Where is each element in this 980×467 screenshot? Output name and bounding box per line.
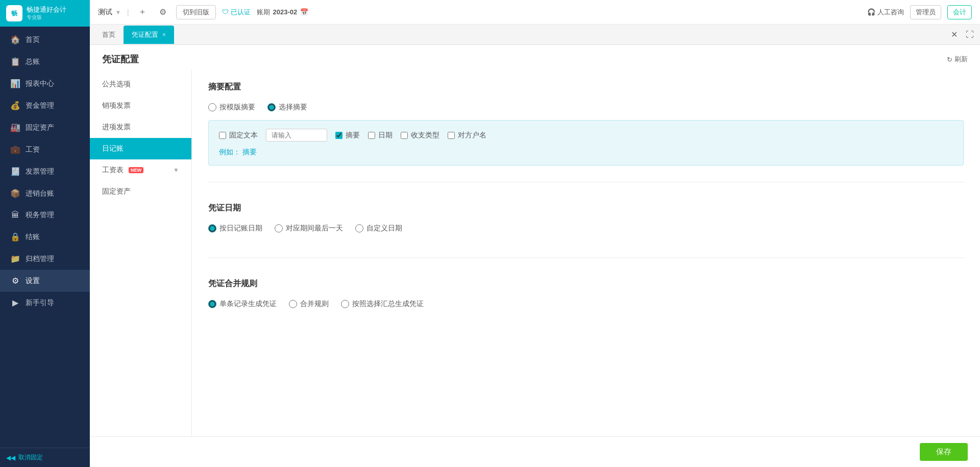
sidebar-item-close[interactable]: 🔒 结账 <box>0 226 90 248</box>
tab-close-btn[interactable]: × <box>162 31 166 38</box>
sidebar-item-invoice[interactable]: 🧾 发票管理 <box>0 160 90 182</box>
sidebar-item-reports[interactable]: 📊 报表中心 <box>0 73 90 95</box>
support-btn[interactable]: 🎧 人工咨询 <box>867 8 904 17</box>
settings-gear-btn[interactable]: ⚙ <box>156 5 170 19</box>
period-info: 账期 2023-02 📅 <box>257 8 309 17</box>
left-nav-fixed-assets-label: 固定资产 <box>102 187 131 196</box>
radio-last-day-label[interactable]: 对应期间最后一天 <box>275 224 343 233</box>
sidebar-item-salary[interactable]: 💼 工资 <box>0 138 90 160</box>
checkbox-date[interactable] <box>368 132 375 139</box>
right-content: 摘要配置 按模版摘要 选择摘要 <box>192 69 980 436</box>
ledger-icon: 📋 <box>10 57 20 66</box>
left-nav-sales[interactable]: 销项发票 <box>90 95 191 116</box>
salary-icon: 💼 <box>10 145 20 154</box>
radio-single-label[interactable]: 单条记录生成凭证 <box>208 299 277 309</box>
left-nav-salary-table[interactable]: 工资表 NEW ▼ <box>90 159 191 181</box>
checkbox-fixed-text-label[interactable]: 固定文本 <box>219 131 258 140</box>
fullscreen-btn[interactable]: ⛶ <box>964 28 976 41</box>
page-title: 凭证配置 <box>102 53 139 65</box>
home-icon: 🏠 <box>10 35 20 44</box>
tax-icon: 🏛 <box>10 211 20 220</box>
close-tab-btn[interactable]: ✕ <box>949 28 960 41</box>
checkbox-income-type-label[interactable]: 收支类型 <box>401 131 439 140</box>
radio-merge-rule[interactable] <box>289 300 297 308</box>
sidebar-item-trade[interactable]: 📦 进销台账 <box>0 182 90 204</box>
company-selector[interactable]: 测试 ▼ <box>98 8 121 17</box>
left-nav-journal[interactable]: 日记账 <box>90 138 191 159</box>
checkbox-counterparty[interactable] <box>448 132 455 139</box>
radio-template[interactable] <box>208 103 216 111</box>
summary-config-box: 固定文本 摘要 日期 <box>208 120 964 166</box>
sidebar-item-label: 报表中心 <box>26 79 54 88</box>
fixed-text-label: 固定文本 <box>229 131 258 140</box>
radio-by-selection-label[interactable]: 按照选择汇总生成凭证 <box>341 299 424 309</box>
archive-icon: 📁 <box>10 254 20 264</box>
radio-custom-date-label[interactable]: 自定义日期 <box>355 224 402 233</box>
income-type-label: 收支类型 <box>411 131 439 140</box>
tab-home[interactable]: 首页 <box>94 26 124 44</box>
app-name: 畅捷通好会计 <box>27 6 66 14</box>
fixed-text-input[interactable] <box>266 129 327 142</box>
radio-single[interactable] <box>208 300 216 308</box>
content-area: 凭证配置 ↻ 刷新 公共选项 销项发票 进项发票 <box>90 45 980 467</box>
sidebar-item-ledger[interactable]: 📋 总账 <box>0 51 90 73</box>
user-btn[interactable]: 管理员 <box>910 5 941 19</box>
accountant-btn[interactable]: 会计 <box>947 5 972 19</box>
radio-by-selection-text: 按照选择汇总生成凭证 <box>352 299 424 309</box>
invoice-icon: 🧾 <box>10 167 20 176</box>
sidebar-item-label: 结账 <box>26 232 40 242</box>
sidebar-item-settings[interactable]: ⚙ 设置 <box>0 270 90 292</box>
radio-template-label[interactable]: 按模版摘要 <box>208 103 255 112</box>
tab-active-label: 凭证配置 <box>132 30 158 39</box>
sidebar-logo[interactable]: 畅 畅捷通好会计 专业版 <box>0 0 90 27</box>
save-button[interactable]: 保存 <box>920 443 968 461</box>
radio-select-label[interactable]: 选择摘要 <box>267 103 307 112</box>
left-nav-public[interactable]: 公共选项 <box>90 74 191 95</box>
radio-journal-date[interactable] <box>208 224 216 232</box>
left-nav-purchase[interactable]: 进项发票 <box>90 116 191 138</box>
sidebar-item-label: 归档管理 <box>26 254 54 264</box>
calendar-icon[interactable]: 📅 <box>300 8 308 16</box>
app-name-block: 畅捷通好会计 专业版 <box>27 6 66 21</box>
refresh-icon: ↻ <box>947 56 952 63</box>
main-area: 测试 ▼ | ＋ ⚙ 切到旧版 🛡 已认证 账期 2023-02 📅 🎧 人工咨… <box>90 0 980 467</box>
radio-last-day[interactable] <box>275 224 283 232</box>
sidebar-item-tax[interactable]: 🏛 税务管理 <box>0 204 90 226</box>
radio-select[interactable] <box>267 103 276 111</box>
expand-arrow-icon: ▼ <box>173 167 179 174</box>
sidebar-item-home[interactable]: 🏠 首页 <box>0 29 90 51</box>
date-title: 凭证日期 <box>208 203 964 214</box>
sidebar-footer-pin[interactable]: ◀◀ 取消固定 <box>0 448 90 467</box>
add-company-btn[interactable]: ＋ <box>135 5 150 19</box>
checkbox-date-label[interactable]: 日期 <box>368 131 393 140</box>
radio-journal-date-label[interactable]: 按日记账日期 <box>208 224 262 233</box>
checkbox-income-type[interactable] <box>401 132 408 139</box>
sidebar-item-label: 新手引导 <box>26 298 54 308</box>
checkbox-counterparty-label[interactable]: 对方户名 <box>448 131 486 140</box>
radio-merge-rule-label[interactable]: 合并规则 <box>289 299 329 309</box>
switch-version-btn[interactable]: 切到旧版 <box>176 5 216 19</box>
checkbox-summary-label[interactable]: 摘要 <box>335 131 360 140</box>
new-badge: NEW <box>129 167 143 173</box>
tab-voucher-config[interactable]: 凭证配置 × <box>124 26 174 44</box>
left-nav-salary-label: 工资表 <box>102 166 124 175</box>
checkbox-summary[interactable] <box>335 132 342 139</box>
trade-icon: 📦 <box>10 189 20 198</box>
merge-section: 凭证合并规则 单条记录生成凭证 合并规则 <box>208 278 964 333</box>
refresh-btn[interactable]: ↻ 刷新 <box>947 55 968 64</box>
left-nav-fixed-assets[interactable]: 固定资产 <box>90 181 191 202</box>
radio-custom-date-text: 自定义日期 <box>366 224 402 233</box>
tab-bar: 首页 凭证配置 × ✕ ⛶ <box>90 25 980 45</box>
radio-custom-date[interactable] <box>355 224 363 232</box>
two-col-layout: 公共选项 销项发票 进项发票 日记账 工资表 NEW ▼ <box>90 69 980 436</box>
sidebar-item-fixed-assets[interactable]: 🏭 固定资产 <box>0 116 90 138</box>
sidebar-item-capital[interactable]: 💰 资金管理 <box>0 95 90 116</box>
summary-options: 固定文本 摘要 日期 <box>219 129 953 142</box>
page-container: 凭证配置 ↻ 刷新 公共选项 销项发票 进项发票 <box>90 45 980 467</box>
sidebar-item-archive[interactable]: 📁 归档管理 <box>0 248 90 270</box>
radio-by-selection[interactable] <box>341 300 349 308</box>
sidebar-item-guide[interactable]: ▶ 新手引导 <box>0 292 90 314</box>
pin-icon: ◀◀ <box>6 454 15 461</box>
date-radio-group: 按日记账日期 对应期间最后一天 自定义日期 <box>208 224 964 233</box>
checkbox-fixed-text[interactable] <box>219 132 226 139</box>
